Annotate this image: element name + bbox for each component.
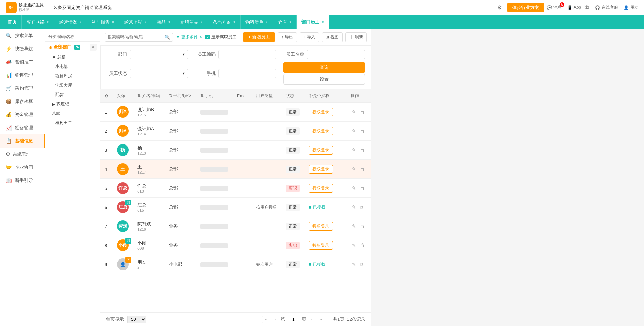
sidebar-item-guide[interactable]: 📖 新手引导 [0, 174, 45, 187]
delete-button[interactable]: 🗑 [359, 147, 366, 153]
auth-login-button[interactable]: 授权登录 [309, 127, 333, 135]
close-icon[interactable]: × [200, 20, 203, 25]
close-icon[interactable]: × [233, 20, 235, 25]
auth-login-button[interactable]: 授权登录 [309, 241, 333, 250]
online-service-button[interactable]: 🎧 在线客服 [595, 5, 618, 10]
sidebar-item-quick[interactable]: ⚡ 快捷导航 [0, 42, 45, 55]
copy-button[interactable]: ⧉ [359, 261, 365, 268]
sidebar-item-sales[interactable]: 📊 销售管理 [0, 69, 45, 82]
dept-filter-select[interactable]: ▾ [130, 50, 188, 59]
delete-button[interactable]: 🗑 [359, 185, 366, 192]
delete-button[interactable]: 🗑 [359, 108, 366, 115]
sidebar-item-system[interactable]: ⚙ 系统管理 [0, 148, 45, 161]
sidebar-item-finance[interactable]: 💰 资金管理 [0, 108, 45, 121]
auth-login-button[interactable]: 授权登录 [309, 108, 333, 116]
import-button[interactable]: ↓ 导入 [300, 32, 319, 42]
sidebar-item-mgmt[interactable]: 📈 经营管理 [0, 121, 45, 134]
dept-node-zongbu-group[interactable]: ▼ 总部 [45, 53, 100, 62]
dept-node-shuangluxiang[interactable]: ▶ 双鹿想 [45, 99, 100, 109]
view-button[interactable]: ⊞ 视图 [322, 32, 343, 42]
export-button[interactable]: ↑ 导出 [278, 32, 297, 42]
close-icon[interactable]: × [289, 20, 291, 25]
edit-button[interactable]: ✎ [351, 108, 357, 115]
col-settings[interactable]: ⚙ [100, 89, 113, 103]
per-page-select[interactable]: 50 20 100 [127, 316, 146, 323]
page-number-input[interactable] [287, 316, 300, 323]
close-icon[interactable]: × [265, 20, 268, 25]
dept-node-xiangmukufang[interactable]: 项目库房 [45, 71, 100, 81]
auth-login-button[interactable]: 授权登录 [309, 222, 333, 231]
close-icon[interactable]: × [321, 20, 324, 25]
dept-node-zongbu[interactable]: 总部 [45, 109, 100, 118]
phone-input[interactable] [218, 69, 276, 78]
sidebar-item-collab[interactable]: 🤝 企业协同 [0, 161, 45, 174]
edit-icon[interactable]: ✎ [74, 45, 80, 50]
copy-button[interactable]: ⧉ [359, 204, 365, 211]
dept-search-input[interactable] [48, 34, 100, 39]
close-icon[interactable]: × [144, 20, 147, 25]
emp-status-select[interactable]: ▾ [130, 69, 188, 78]
collapse-button[interactable]: « [90, 44, 97, 51]
user-avatar-button[interactable]: 👤 用友 [624, 5, 638, 10]
add-employee-button[interactable]: + 新增员工 [243, 32, 275, 42]
tab-goods[interactable]: 商品 × [152, 15, 175, 29]
col-name-code[interactable]: ⇅ 姓名/编码 [133, 89, 165, 103]
tab-history[interactable]: 经营历程 × [119, 15, 152, 29]
search-input[interactable] [108, 35, 163, 39]
dept-node-xiaodianbu[interactable]: 小电部 [45, 62, 100, 71]
sidebar-item-purchase[interactable]: 🛒 采购管理 [0, 82, 45, 95]
app-download-button[interactable]: 📱 App下载 [567, 5, 589, 10]
gear-button[interactable]: ⚙ [495, 3, 505, 12]
tab-customer[interactable]: 客户联络 × [22, 15, 54, 29]
sidebar-item-inventory[interactable]: 📦 库存核算 [0, 95, 45, 108]
dept-node-shenyangdaku[interactable]: 沈阳大库 [45, 81, 100, 90]
tab-dept-staff[interactable]: 部门员工 × [297, 15, 329, 29]
close-icon[interactable]: × [112, 20, 114, 25]
prev-page-button[interactable]: ‹ [272, 316, 279, 323]
close-icon[interactable]: × [79, 20, 82, 25]
tab-new-goods[interactable]: 新增商品 × [175, 15, 208, 29]
sidebar-item-basic[interactable]: 📋 基础信息 [0, 134, 45, 148]
auth-login-button[interactable]: 授权登录 [309, 184, 333, 193]
emp-name-input[interactable] [307, 50, 365, 59]
tab-barcode[interactable]: 条码方案 × [208, 15, 241, 29]
auth-login-button[interactable]: 授权登录 [309, 146, 333, 155]
dept-node-peihuo[interactable]: 配货 [45, 90, 100, 99]
edit-button[interactable]: ✎ [351, 127, 357, 134]
show-resigned-checkbox[interactable]: ✓ 显示离职员工 [205, 34, 236, 40]
tab-warehouse[interactable]: 仓库 × [273, 15, 297, 29]
dept-tree-header[interactable]: ⊞ 全部部门 ✎ « [45, 42, 100, 53]
emp-code-input[interactable] [218, 50, 276, 59]
dept-node-zhishuwanger[interactable]: 植树王二 [45, 118, 100, 127]
sidebar-item-search[interactable]: 🔍 搜索菜单 [0, 29, 45, 42]
close-icon[interactable]: × [168, 20, 170, 25]
try-industry-button[interactable]: 体验行业方案 [507, 3, 544, 12]
tab-home[interactable]: 首页 [3, 15, 22, 29]
edit-button[interactable]: ✎ [351, 147, 357, 153]
tab-profit[interactable]: 利润报告 × [87, 15, 119, 29]
search-icon[interactable]: 🔍 [164, 35, 170, 40]
tab-operation[interactable]: 经营情况 × [54, 15, 87, 29]
delete-button[interactable]: 🗑 [359, 166, 366, 173]
edit-button[interactable]: ✎ [351, 242, 357, 249]
refresh-button[interactable]: ｜ 刷新 [345, 32, 367, 42]
delete-button[interactable]: 🗑 [359, 242, 366, 249]
query-button[interactable]: 查询 [283, 62, 365, 73]
next-page-button[interactable]: › [308, 316, 315, 323]
more-filter-button[interactable]: ▼ 更多条件 ∧ [176, 34, 202, 40]
edit-button[interactable]: ✎ [351, 204, 357, 211]
first-page-button[interactable]: « [262, 316, 271, 323]
last-page-button[interactable]: » [317, 316, 325, 323]
close-icon[interactable]: × [47, 20, 49, 25]
delete-button[interactable]: 🗑 [359, 223, 366, 230]
tab-bom[interactable]: 物料清单 × [241, 15, 273, 29]
col-phone[interactable]: ⇅ 手机 [196, 89, 233, 103]
col-dept-pos[interactable]: ⇅ 部门/职位 [165, 89, 196, 103]
edit-button[interactable]: ✎ [351, 185, 357, 192]
edit-button[interactable]: ✎ [351, 223, 357, 230]
sidebar-item-marketing[interactable]: 📣 营销推广 [0, 55, 45, 69]
edit-button[interactable]: ✎ [351, 166, 357, 173]
message-button[interactable]: 💬 消息 5 [547, 5, 562, 10]
edit-button[interactable]: ✎ [351, 261, 357, 268]
delete-button[interactable]: 🗑 [359, 127, 366, 134]
